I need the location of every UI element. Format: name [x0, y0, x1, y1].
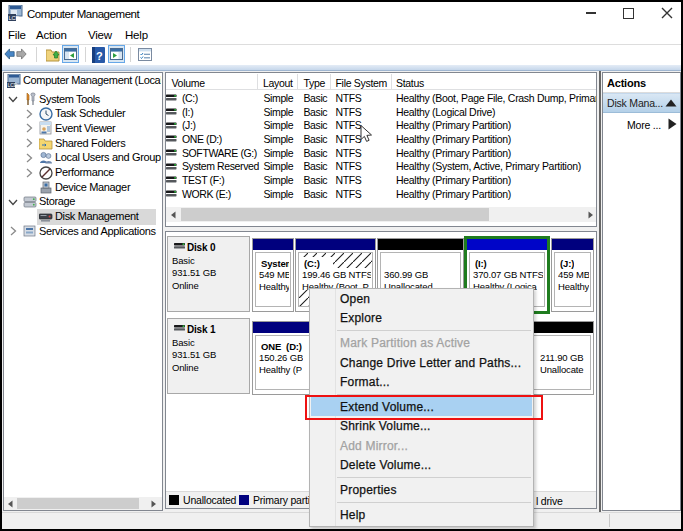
- svg-text:LCD: LCD: [8, 15, 19, 21]
- svg-text:?: ?: [96, 50, 103, 62]
- svg-text:LCD: LCD: [7, 82, 17, 88]
